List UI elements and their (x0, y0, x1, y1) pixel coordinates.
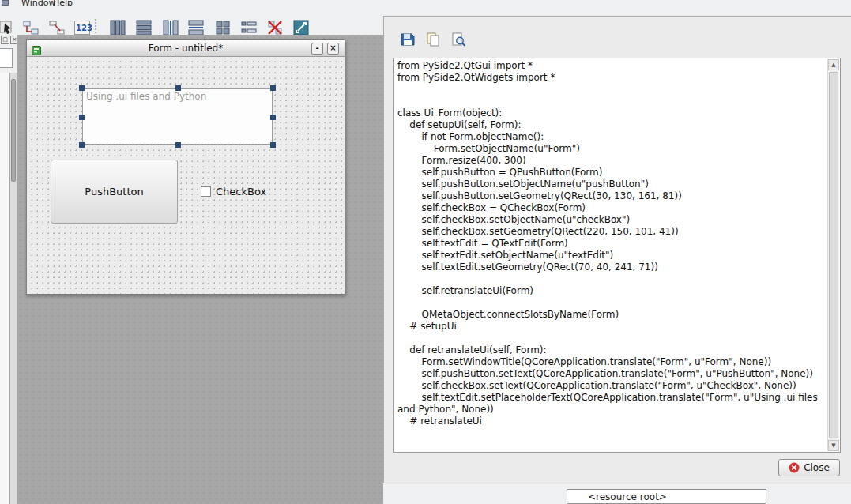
resize-handle-top-middle[interactable] (175, 85, 181, 91)
textedit-placeholder: Using .ui files and Python (86, 91, 206, 102)
resize-handle-bottom-middle[interactable] (175, 142, 181, 148)
code-scrollbar[interactable]: ▲ ▼ (827, 59, 839, 451)
widgetbox-scrollbar[interactable] (10, 73, 17, 504)
resource-root-item[interactable]: <resource root> (567, 490, 766, 502)
code-viewer[interactable]: from PySide2.QtGui import * from PySide2… (393, 58, 841, 453)
copy-icon[interactable] (422, 28, 443, 50)
widgetbox-list[interactable] (0, 73, 10, 504)
find-icon[interactable] (447, 28, 469, 50)
menubar: Window Help (0, 0, 851, 6)
form-editor-window: Form - untitled* - × Using .ui files and… (26, 39, 345, 295)
textedit-widget-selected[interactable]: Using .ui files and Python (82, 88, 273, 145)
form-window-titlebar[interactable]: Form - untitled* - × (27, 40, 345, 57)
menu-help[interactable]: Help (53, 0, 73, 6)
widgetbox-filter-input[interactable] (0, 48, 13, 68)
widgetbox-scrollbar-thumb[interactable] (11, 79, 16, 182)
close-button[interactable]: × (327, 43, 339, 55)
close-dialog-button[interactable]: Close (778, 459, 840, 476)
mdi-area: Form - untitled* - × Using .ui files and… (17, 35, 383, 504)
resize-handle-top-left[interactable] (79, 85, 85, 91)
code-text[interactable]: from PySide2.QtGui import * from PySide2… (397, 60, 825, 450)
checkbox-label: CheckBox (216, 186, 266, 197)
resize-handle-bottom-left[interactable] (79, 142, 85, 148)
close-red-icon (789, 462, 800, 473)
checkbox-indicator[interactable] (201, 186, 211, 197)
resize-handle-middle-left[interactable] (79, 115, 85, 120)
form-canvas[interactable]: Using .ui files and Python PushButton Ch… (27, 57, 345, 294)
edit-widgets-icon[interactable] (0, 17, 17, 38)
menu-window[interactable]: Window (21, 0, 55, 6)
app-menu-icon[interactable] (2, 0, 9, 6)
code-scrollbar-thumb[interactable] (829, 72, 838, 438)
resize-handle-bottom-right[interactable] (270, 142, 276, 148)
checkbox-widget[interactable]: CheckBox (201, 175, 281, 208)
save-icon[interactable] (397, 28, 418, 50)
scroll-down-icon[interactable]: ▼ (828, 440, 839, 451)
resource-browser: <resource root> (567, 489, 766, 504)
toolbar-separator (95, 19, 96, 36)
minimize-button[interactable]: - (311, 43, 323, 55)
form-window-title: Form - untitled* (27, 43, 345, 54)
dock-float-icon[interactable]: ▢ (1, 36, 9, 44)
resize-handle-middle-right[interactable] (270, 115, 276, 120)
pushbutton-widget[interactable]: PushButton (51, 160, 178, 224)
close-dialog-label: Close (804, 462, 830, 473)
scroll-up-icon[interactable]: ▲ (828, 59, 839, 70)
resize-handle-top-right[interactable] (270, 85, 276, 91)
python-code-dialog: from PySide2.QtGui import * from PySide2… (383, 16, 851, 483)
svg-text:123: 123 (76, 24, 92, 32)
main-toolbar: 123 (0, 6, 383, 35)
